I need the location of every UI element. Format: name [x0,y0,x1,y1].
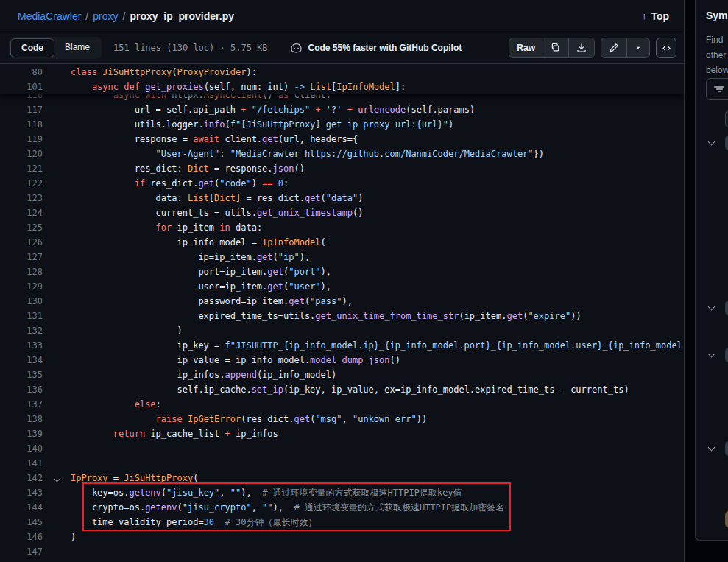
line-number[interactable]: 131 [0,309,43,323]
line-number[interactable]: 139 [0,426,43,441]
breadcrumb-repo-link[interactable]: MediaCrawler [18,10,81,22]
line-number[interactable]: 124 [0,206,43,220]
code-line: 139return ip_cache_list + ip_infos [0,426,684,441]
line-number[interactable]: 128 [0,264,43,279]
code-line: 121res_dict: Dict = response.json() [0,161,684,176]
code-text: expired_time_ts=utils.get_unix_time_from… [71,311,582,321]
chevron-down-icon[interactable] [708,351,715,358]
symbol-item[interactable] [725,348,728,362]
copilot-banner[interactable]: Code 55% faster with GitHub Copilot [290,42,462,55]
symbol-item[interactable] [725,136,728,150]
download-icon [576,43,587,53]
tab-blame[interactable]: Blame [54,38,100,57]
code-viewer: 116async with httpx.AsyncClient() as cli… [0,64,684,561]
line-number[interactable]: 144 [0,500,43,515]
code-text: ) [71,326,183,336]
tab-code[interactable]: Code [10,38,54,57]
code-text: ip=ip_item.get("ip"), [71,252,310,262]
line-number[interactable]: 120 [0,147,43,161]
line-number[interactable]: 141 [0,456,43,471]
line-number[interactable]: 123 [0,191,43,206]
line-number[interactable]: 101 [0,80,43,94]
line-number[interactable]: 118 [0,117,43,132]
breadcrumb-separator: / [122,10,125,22]
line-number[interactable]: 119 [0,132,43,147]
symbols-panel: Symbols Find other below [695,0,728,541]
line-number[interactable]: 130 [0,294,43,309]
raw-button[interactable]: Raw [509,38,543,57]
line-number[interactable]: 117 [0,102,43,117]
code-line: 132) [0,323,684,338]
line-number[interactable]: 126 [0,235,43,250]
code-text: password=ip_item.get("pass"), [71,296,353,306]
code-line: 128port=ip_item.get("port"), [0,264,684,279]
line-number[interactable]: 134 [0,353,43,368]
fold-chevron-icon[interactable] [53,475,60,482]
copy-icon [551,43,561,53]
line-number[interactable]: 146 [0,530,43,544]
symbols-panel-heading: Symbols [706,10,728,21]
line-number[interactable]: 132 [0,323,43,338]
code-line: 135ip_infos.append(ip_info_model) [0,368,684,382]
symbols-panel-description: Find other below [706,32,728,78]
symbols-toggle-button[interactable] [656,38,676,58]
line-number[interactable]: 122 [0,176,43,191]
chevron-down-icon[interactable] [708,303,715,311]
file-view-container: MediaCrawler / proxy / proxy_ip_provider… [0,0,685,562]
annotation-red-box [82,482,511,531]
line-number[interactable]: 129 [0,279,43,294]
breadcrumb-folder-link[interactable]: proxy [93,10,118,22]
symbol-item[interactable] [725,301,728,315]
code-text: else: [71,399,161,410]
line-number[interactable]: 80 [0,65,43,80]
line-number[interactable]: 127 [0,250,43,264]
code-text: if res_dict.get("code") == 0: [71,178,289,189]
code-line: 129user=ip_item.get("user"), [0,279,684,294]
code-text: async def get_proxies(self, num: int) ->… [71,82,406,92]
symbols-filter-input[interactable] [706,78,728,100]
line-number[interactable]: 125 [0,220,43,235]
code-line: 140 [0,441,684,456]
chevron-down-icon[interactable] [708,444,715,452]
edit-group [601,38,650,58]
edit-dropdown-button[interactable] [626,38,649,57]
code-text: IpProxy = JiSuHttpProxy( [71,473,198,483]
code-text: utils.logger.info(f"[JiSuHttpProxy] get … [71,119,453,130]
pencil-icon [609,43,619,53]
copy-button[interactable] [543,38,568,57]
code-text: ip_value = ip_info_model.model_dump_json… [71,355,400,365]
chevron-down-icon[interactable] [708,138,715,146]
edit-button[interactable] [601,38,626,57]
code-line: 122if res_dict.get("code") == 0: [0,176,684,191]
line-number[interactable]: 142 [0,471,43,485]
code-line: 136self.ip_cache.set_ip(ip_key, ip_value… [0,382,684,397]
line-number[interactable]: 137 [0,397,43,412]
line-number[interactable]: 145 [0,515,43,530]
copilot-banner-text: Code 55% faster with GitHub Copilot [308,43,462,53]
line-number[interactable]: 147 [0,544,43,559]
download-button[interactable] [568,38,594,57]
line-number[interactable]: 143 [0,485,43,500]
symbol-item[interactable] [725,441,728,456]
line-number[interactable]: 138 [0,412,43,426]
symbol-item[interactable] [725,110,728,127]
code-text: ip_infos.append(ip_info_model) [71,370,336,380]
file-toolbar: Code Blame 151 lines (130 loc) · 5.75 KB… [0,32,684,64]
code-line: 134ip_value = ip_info_model.model_dump_j… [0,353,684,368]
line-number[interactable]: 140 [0,441,43,456]
code-text: self.ip_cache.set_ip(ip_key, ip_value, e… [71,384,629,395]
line-number[interactable]: 136 [0,382,43,397]
line-number[interactable]: 133 [0,338,43,353]
code-text: return ip_cache_list + ip_infos [71,429,278,439]
line-number[interactable]: 135 [0,368,43,382]
breadcrumb-separator: / [85,10,88,22]
code-line: 130password=ip_item.get("pass"), [0,294,684,309]
code-blame-switch: Code Blame [9,37,102,59]
back-to-top-link[interactable]: ↑ Top [642,10,669,22]
code-text: for ip_item in data: [71,222,262,233]
code-text: class JiSuHttpProxy(ProxyProvider): [71,67,257,77]
code-line: 141 [0,456,684,471]
line-number[interactable]: 121 [0,161,43,176]
symbol-item-highlighted[interactable] [725,511,728,527]
code-text: "User-Agent": "MediaCrawler https://gith… [71,149,544,159]
